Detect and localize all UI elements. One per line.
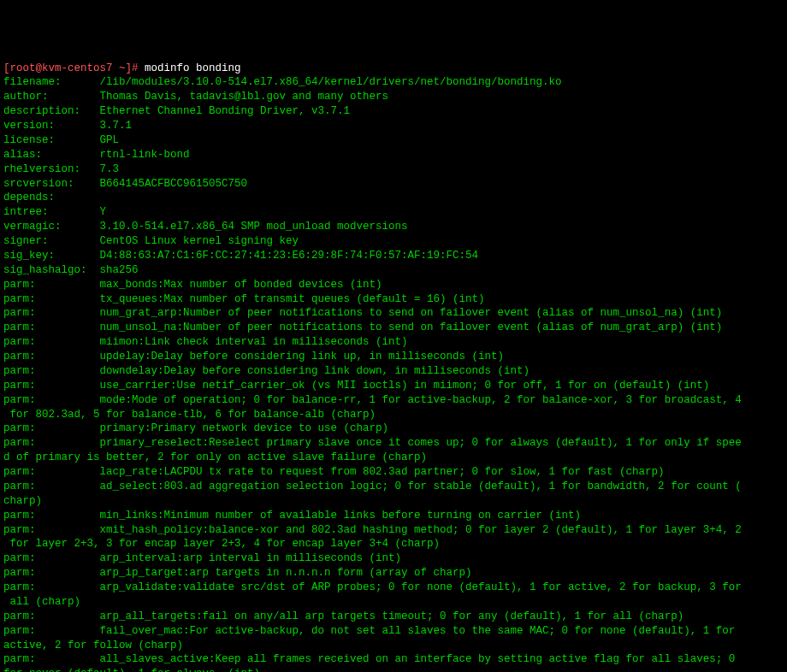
modinfo-parms: parm: max_bonds:Max number of bonded dev… [3, 278, 784, 672]
terminal-output[interactable]: [root@kvm-centos7 ~]# modinfo bonding fi… [3, 62, 784, 673]
shell-prompt: [root@kvm-centos7 ~]# [3, 62, 139, 74]
modinfo-fields: filename: /lib/modules/3.10.0-514.el7.x8… [3, 75, 784, 277]
command-text: modinfo bonding [145, 62, 241, 74]
